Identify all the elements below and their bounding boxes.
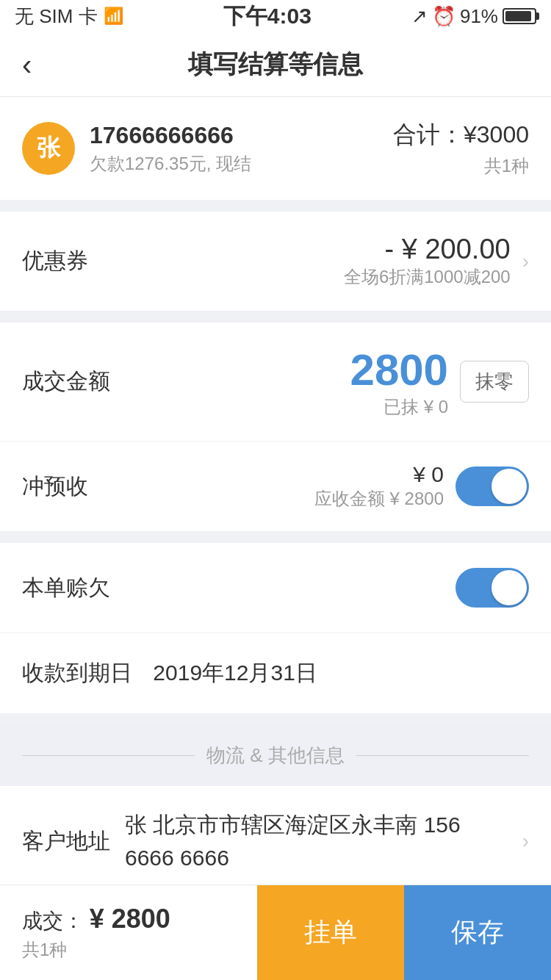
deal-amount-label: 成交金额 — [22, 367, 110, 397]
due-date-value: 2019年12月31日 — [153, 660, 317, 685]
divider-line-right — [356, 755, 529, 756]
address-label: 客户地址 — [22, 826, 110, 857]
customer-phone: 17666666666 — [90, 122, 251, 149]
back-button[interactable]: ‹ — [22, 50, 32, 79]
status-time: 下午4:03 — [223, 1, 311, 32]
hold-button[interactable]: 挂单 — [257, 885, 404, 981]
pre-receivable-text: 应收金额 ¥ 2800 — [314, 487, 444, 511]
coupon-amount: - ¥ 200.00 — [344, 234, 511, 265]
alarm-icon: ⏰ — [432, 5, 455, 28]
pre-receipt-right: ¥ 0 应收金额 ¥ 2800 — [314, 462, 529, 511]
pre-receipt-label: 冲预收 — [22, 472, 88, 502]
page-title: 填写结算等信息 — [188, 48, 363, 82]
battery-icon — [503, 8, 536, 24]
address-chevron-icon: › — [522, 829, 529, 853]
coupon-section: 优惠券 - ¥ 200.00 全场6折满1000减200 › — [0, 212, 551, 311]
customer-right: 合计：¥3000 共1种 — [393, 119, 529, 178]
coupon-right: - ¥ 200.00 全场6折满1000减200 › — [344, 234, 529, 289]
coupon-desc: 全场6折满1000减200 — [344, 265, 511, 289]
customer-sub-text: 欠款1276.35元, 现结 — [90, 152, 251, 176]
status-right: ↗ ⏰ 91% — [411, 5, 536, 28]
deal-amount-row: 成交金额 2800 已抹 ¥ 0 抹零 — [0, 323, 551, 442]
battery-fill — [505, 11, 531, 21]
deal-section: 成交金额 2800 已抹 ¥ 0 抹零 冲预收 ¥ 0 应收金额 ¥ 2800 — [0, 323, 551, 531]
deal-sub-text: 已抹 ¥ 0 — [350, 395, 448, 419]
bottom-summary: 成交： ¥ 2800 共1种 — [0, 904, 257, 962]
logistics-divider: 物流 & 其他信息 — [0, 725, 551, 786]
coupon-label: 优惠券 — [22, 246, 88, 276]
coupon-row[interactable]: 优惠券 - ¥ 200.00 全场6折满1000减200 › — [0, 212, 551, 311]
content-area: 张 17666666666 欠款1276.35元, 现结 合计：¥3000 共1… — [0, 97, 551, 980]
due-date-label: 收款到期日 — [22, 660, 132, 685]
nav-bar: ‹ 填写结算等信息 — [0, 32, 551, 97]
arrear-row: 本单赊欠 — [0, 543, 551, 633]
deal-amount-right: 2800 已抹 ¥ 0 抹零 — [350, 345, 529, 419]
total-amount: 合计：¥3000 — [393, 119, 529, 151]
total-count: 共1种 — [393, 154, 529, 178]
address-value: 张 北京市市辖区海淀区永丰南 156 6666 6666 — [125, 808, 508, 874]
bottom-count: 共1种 — [22, 938, 235, 962]
due-date-row: 收款到期日 2019年12月31日 — [0, 633, 551, 713]
arrear-toggle[interactable] — [455, 568, 529, 608]
status-left: 无 SIM 卡 📶 — [15, 4, 123, 29]
pre-receipt-toggle[interactable] — [455, 466, 529, 506]
deal-amount-value: 2800 — [350, 345, 448, 395]
status-bar: 无 SIM 卡 📶 下午4:03 ↗ ⏰ 91% — [0, 0, 551, 32]
customer-card: 张 17666666666 欠款1276.35元, 现结 合计：¥3000 共1… — [0, 97, 551, 200]
round-zero-button[interactable]: 抹零 — [460, 361, 529, 403]
divider-line-left — [22, 755, 195, 756]
carrier-text: 无 SIM 卡 — [15, 4, 98, 29]
toggle-knob — [491, 469, 527, 504]
arrear-toggle-knob — [491, 570, 527, 605]
bottom-bar: 成交： ¥ 2800 共1种 挂单 保存 — [0, 884, 551, 980]
arrear-section: 本单赊欠 收款到期日 2019年12月31日 — [0, 543, 551, 713]
avatar: 张 — [22, 122, 75, 175]
save-button[interactable]: 保存 — [404, 885, 551, 981]
bottom-deal-amount: ¥ 2800 — [90, 904, 170, 934]
battery-percent: 91% — [460, 5, 498, 28]
location-icon: ↗ — [411, 5, 428, 28]
bottom-deal-label: 成交： ¥ 2800 — [22, 904, 235, 935]
pre-receipt-row: 冲预收 ¥ 0 应收金额 ¥ 2800 — [0, 442, 551, 531]
arrear-label: 本单赊欠 — [22, 573, 110, 603]
logistics-label: 物流 & 其他信息 — [206, 743, 345, 768]
customer-left: 张 17666666666 欠款1276.35元, 现结 — [22, 122, 251, 176]
pre-amount-col: ¥ 0 应收金额 ¥ 2800 — [314, 462, 444, 511]
address-row[interactable]: 客户地址 张 北京市市辖区海淀区永丰南 156 6666 6666 › — [0, 786, 551, 896]
pre-amount-value: ¥ 0 — [314, 462, 444, 487]
chevron-right-icon: › — [522, 250, 529, 273]
wifi-icon: 📶 — [104, 7, 123, 26]
customer-info: 17666666666 欠款1276.35元, 现结 — [90, 122, 251, 176]
